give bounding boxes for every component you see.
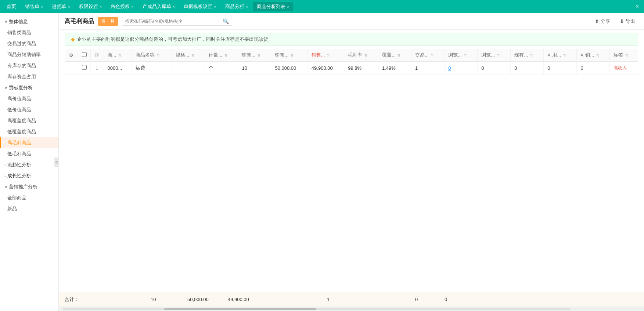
cell-gross-rate: 99.8% — [344, 62, 378, 75]
col-name[interactable]: 商品名称 ⇅ — [132, 49, 172, 62]
cell-coverage: 1.49% — [378, 62, 411, 75]
info-banner: ◆ 企业的主要的利润都是这部分商品创造的，可考虑加大推广，同时关注库存是不要出现… — [65, 33, 638, 46]
horizontal-scrollbar[interactable] — [59, 307, 644, 311]
col-settings[interactable]: ⚙ — [65, 49, 78, 62]
nav-role[interactable]: 角色授权 × — [107, 2, 137, 11]
close-analysis-tab[interactable]: × — [246, 4, 248, 9]
col-code[interactable]: 商... ⇅ — [104, 49, 132, 62]
footer-total-row: 合计： 10 50,000.00 49,900.00 1 0 0 — [59, 292, 644, 307]
table-header-row: ⚙ 序 商... ⇅ 商品名称 ⇅ 规格... ⇅ 计量... ⇅ 销售... … — [65, 49, 638, 62]
sidebar-item-distribution-rate[interactable]: 商品分销助销率 — [0, 49, 58, 60]
table-container: ⚙ 序 商... ⇅ 商品名称 ⇅ 规格... ⇅ 计量... ⇅ 销售... … — [59, 46, 644, 292]
col-trade[interactable]: 交易... ⇅ — [411, 49, 445, 62]
footer-coverage — [294, 297, 323, 302]
close-purchase-tab[interactable]: × — [68, 4, 70, 9]
browse1-link[interactable]: 0 — [448, 65, 451, 71]
close-role-tab[interactable]: × — [131, 4, 133, 9]
collapse-icon-trend: › — [4, 163, 6, 167]
footer-current-val: 0 — [411, 297, 441, 302]
scroll-track — [62, 308, 571, 310]
footer-browse1 — [353, 297, 382, 302]
col-coverage[interactable]: 覆盖... ⇅ — [378, 49, 411, 62]
sidebar-group-marketing[interactable]: ∨ 营销推广分析 — [0, 181, 58, 192]
col-available[interactable]: 可用... ⇅ — [544, 49, 577, 62]
content-area: 高毛利商品 近一月 🔍 ⬆ 分享 ⬇ 导出 ◆ 企业的主要的利润都是这部分商品创… — [59, 13, 644, 311]
col-saleable[interactable]: 可销... ⇅ — [577, 49, 610, 62]
col-browse2[interactable]: 浏览... ⇅ — [478, 49, 511, 62]
col-gross-rate[interactable]: 毛利率 ⇅ — [344, 49, 378, 62]
nav-home[interactable]: 首页 — [3, 2, 20, 11]
col-tag[interactable]: 标签 ⇅ — [610, 49, 638, 62]
sidebar-item-in-stock[interactable]: 有库存的商品 — [0, 60, 58, 71]
sidebar-item-all-goods[interactable]: 全部商品 — [0, 192, 58, 203]
cell-saleable: 0 — [577, 62, 610, 75]
close-analysis-list-tab[interactable]: × — [287, 4, 289, 9]
col-current[interactable]: 现有... ⇅ — [511, 49, 544, 62]
close-product-tab[interactable]: × — [173, 4, 175, 9]
sidebar-group-contribution[interactable]: ∨ 贡献度分析 — [0, 82, 58, 93]
footer-trade-val: 1 — [323, 297, 353, 302]
footer-gross — [265, 297, 294, 302]
footer-sales3-val: 49,900.00 — [224, 297, 265, 302]
footer-sales1 — [118, 297, 147, 302]
nav-permission[interactable]: 权限设置 × — [75, 2, 105, 11]
page-title: 高毛利商品 — [65, 18, 94, 25]
row-checkbox[interactable] — [82, 65, 87, 70]
cell-unit: 个 — [205, 62, 238, 75]
sidebar-item-new-goods[interactable]: 新品 — [0, 203, 58, 214]
close-all-button[interactable]: × — [633, 3, 641, 11]
nav-template[interactable]: 单据模板设置 × — [180, 2, 220, 11]
sidebar-group-growth[interactable]: › 成长性分析 — [0, 170, 58, 181]
col-browse1[interactable]: 浏览... ⇅ — [445, 49, 478, 62]
col-sales1[interactable]: 销售... ⇅ — [238, 49, 271, 62]
col-checkbox — [78, 49, 90, 62]
export-button[interactable]: ⬇ 导出 — [617, 17, 638, 26]
share-button[interactable]: ⬆ 分享 — [592, 17, 613, 26]
sidebar-toggle[interactable]: « — [54, 158, 59, 167]
main-layout: « ∨ 整体信息 销售类商品 交易过的商品 商品分销助销率 有库存的商品 库存资… — [0, 13, 644, 311]
search-icon[interactable]: 🔍 — [223, 18, 229, 24]
sidebar-item-stock-capital[interactable]: 库存资金占用 — [0, 71, 58, 82]
table-row: 1 0000... 运费 个 10 50,000.00 49,900.00 99… — [65, 62, 638, 75]
search-box: 🔍 — [122, 17, 232, 26]
collapse-icon-growth: › — [4, 174, 6, 178]
cell-sales1: 10 — [238, 62, 271, 75]
nav-product-analysis[interactable]: 商品分析 × — [222, 2, 252, 11]
sidebar-item-low-coverage[interactable]: 低覆盖度商品 — [0, 126, 58, 137]
close-permission-tab[interactable]: × — [100, 4, 102, 9]
close-template-tab[interactable]: × — [214, 4, 216, 9]
col-unit[interactable]: 计量... ⇅ — [205, 49, 238, 62]
sidebar-group-overall[interactable]: ∨ 整体信息 — [0, 16, 58, 27]
info-icon: ◆ — [71, 36, 75, 42]
search-input[interactable] — [125, 19, 220, 24]
cell-checkbox[interactable] — [78, 62, 90, 75]
export-icon: ⬇ — [620, 18, 624, 24]
nav-product-inbound[interactable]: 产成品入库单 × — [139, 2, 179, 11]
col-spec[interactable]: 规格... ⇅ — [172, 49, 205, 62]
select-all-checkbox[interactable] — [82, 52, 87, 57]
cell-spec — [172, 62, 205, 75]
cell-settings — [65, 62, 78, 75]
sidebar-group-trend[interactable]: › 流趋性分析 — [0, 159, 58, 170]
filter-recent-month[interactable]: 近一月 — [98, 17, 118, 26]
tag-label: 高收入 — [614, 65, 627, 70]
sidebar-item-high-margin[interactable]: 高毛利商品 — [0, 137, 58, 148]
nav-product-analysis-list[interactable]: 商品分析列表 × — [253, 2, 293, 11]
scroll-thumb[interactable] — [164, 308, 317, 310]
cell-browse2: 0 — [478, 62, 511, 75]
sidebar-item-traded-goods[interactable]: 交易过的商品 — [0, 38, 58, 49]
collapse-icon-overall: ∨ — [4, 19, 7, 24]
sidebar-item-low-value[interactable]: 低价值商品 — [0, 104, 58, 115]
nav-sales[interactable]: 销售单 × — [21, 2, 47, 11]
nav-purchase[interactable]: 进货单 × — [48, 2, 73, 11]
col-sales3[interactable]: 销售... ⇅ — [307, 49, 344, 62]
sidebar-item-sales-goods[interactable]: 销售类商品 — [0, 27, 58, 38]
cell-current: 0 — [511, 62, 544, 75]
col-sales2[interactable]: 销售... ⇅ — [271, 49, 307, 62]
sidebar-item-high-value[interactable]: 高价值商品 — [0, 93, 58, 104]
cell-name: 运费 — [132, 62, 172, 75]
header-actions: ⬆ 分享 ⬇ 导出 — [592, 17, 638, 26]
sidebar-item-high-coverage[interactable]: 高覆盖度商品 — [0, 115, 58, 126]
sidebar-item-low-margin[interactable]: 低毛利商品 — [0, 148, 58, 159]
close-sales-tab[interactable]: × — [41, 4, 43, 9]
